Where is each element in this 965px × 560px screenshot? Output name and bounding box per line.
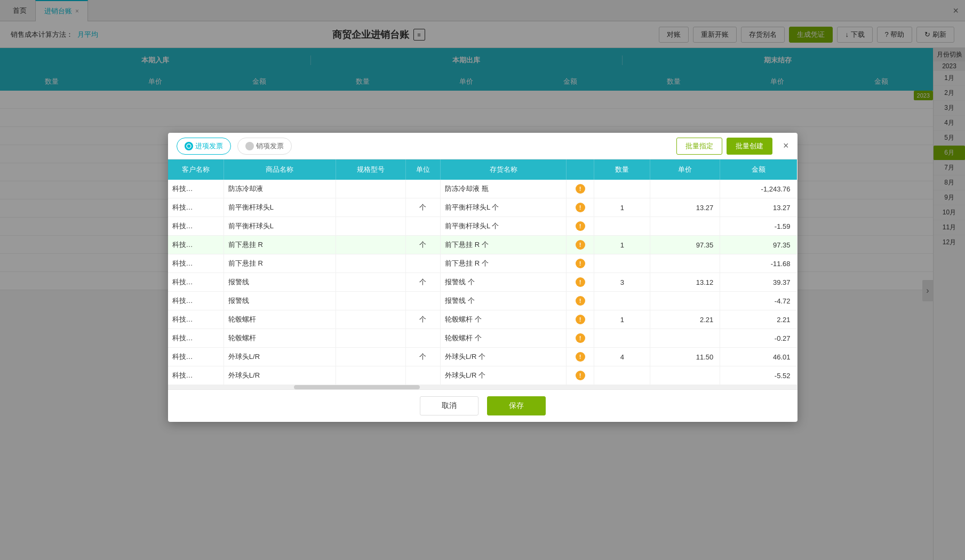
cell-warn: ! bbox=[566, 198, 594, 217]
modal-batch-actions: 批量指定 批量创建 bbox=[676, 138, 772, 155]
cell-product-name: 轮毂螺杆 bbox=[224, 310, 336, 329]
sales-tab-icon bbox=[245, 142, 254, 150]
cell-qty bbox=[594, 254, 650, 273]
cell-warn: ! bbox=[566, 254, 594, 273]
cell-amount: 97.35 bbox=[720, 236, 797, 254]
cell-warn: ! bbox=[566, 292, 594, 310]
cell-unit: 个 bbox=[405, 236, 441, 254]
table-row: 科技… 前下悬挂 R 前下悬挂 R 个 ! -11.68 bbox=[168, 254, 797, 273]
table-row: 科技… 报警线 报警线 个 ! -4.72 bbox=[168, 292, 797, 310]
th-spec: 规格型号 bbox=[336, 159, 405, 180]
modal-table-body: 科技… 防冻冷却液 防冻冷却液 瓶 ! -1,243.76 科技… 前平衡杆球头… bbox=[168, 180, 797, 385]
income-tab-icon bbox=[185, 142, 193, 150]
cell-product-name: 前平衡杆球头L bbox=[224, 217, 336, 236]
cell-warn: ! bbox=[566, 180, 594, 198]
th-unit: 单位 bbox=[405, 159, 441, 180]
cell-amount: 39.37 bbox=[720, 273, 797, 292]
cell-spec bbox=[336, 217, 405, 236]
cell-qty: 1 bbox=[594, 310, 650, 329]
cell-unit: 个 bbox=[405, 310, 441, 329]
th-qty: 数量 bbox=[594, 159, 650, 180]
cell-price bbox=[650, 366, 720, 385]
cell-unit: 个 bbox=[405, 273, 441, 292]
warn-icon: ! bbox=[576, 352, 585, 362]
cell-warn: ! bbox=[566, 348, 594, 366]
cell-inventory-name: 报警线 个 bbox=[441, 273, 567, 292]
th-company: 客户名称 bbox=[168, 159, 224, 180]
cell-price: 13.12 bbox=[650, 273, 720, 292]
batch-assign-button[interactable]: 批量指定 bbox=[676, 138, 722, 155]
table-header-row: 客户名称 商品名称 规格型号 单位 存货名称 数量 单价 金额 bbox=[168, 159, 797, 180]
cell-unit bbox=[405, 180, 441, 198]
cell-warn: ! bbox=[566, 329, 594, 348]
cell-company: 科技… bbox=[168, 180, 224, 198]
warn-icon: ! bbox=[576, 315, 585, 324]
cell-product-name: 外球头L/R bbox=[224, 366, 336, 385]
cell-price bbox=[650, 292, 720, 310]
scroll-thumb bbox=[294, 385, 420, 389]
warn-icon: ! bbox=[576, 296, 585, 306]
cell-qty bbox=[594, 292, 650, 310]
cell-inventory-name: 轮毂螺杆 个 bbox=[441, 310, 567, 329]
cell-spec bbox=[336, 292, 405, 310]
modal-close-icon[interactable]: × bbox=[783, 140, 789, 151]
cell-qty: 4 bbox=[594, 348, 650, 366]
cell-product-name: 前下悬挂 R bbox=[224, 236, 336, 254]
cell-product-name: 前平衡杆球头L bbox=[224, 198, 336, 217]
cell-price bbox=[650, 217, 720, 236]
cell-inventory-name: 前下悬挂 R 个 bbox=[441, 236, 567, 254]
cell-qty bbox=[594, 329, 650, 348]
warn-icon: ! bbox=[576, 240, 585, 250]
modal-header: 进项发票 销项发票 批量指定 批量创建 × bbox=[168, 133, 797, 159]
cell-amount: -5.52 bbox=[720, 366, 797, 385]
cell-warn: ! bbox=[566, 310, 594, 329]
cell-company: 科技… bbox=[168, 198, 224, 217]
cell-inventory-name: 防冻冷却液 瓶 bbox=[441, 180, 567, 198]
warn-icon: ! bbox=[576, 333, 585, 343]
cell-company: 科技… bbox=[168, 366, 224, 385]
table-row: 科技… 轮毂螺杆 轮毂螺杆 个 ! -0.27 bbox=[168, 329, 797, 348]
batch-create-button[interactable]: 批量创建 bbox=[727, 138, 772, 155]
cell-price: 2.21 bbox=[650, 310, 720, 329]
cell-spec bbox=[336, 273, 405, 292]
cell-unit bbox=[405, 329, 441, 348]
cell-spec bbox=[336, 310, 405, 329]
th-inventory-name: 存货名称 bbox=[441, 159, 567, 180]
cell-product-name: 防冻冷却液 bbox=[224, 180, 336, 198]
save-button[interactable]: 保存 bbox=[487, 396, 546, 415]
cancel-button[interactable]: 取消 bbox=[420, 396, 478, 415]
cell-amount: 2.21 bbox=[720, 310, 797, 329]
cell-qty: 3 bbox=[594, 273, 650, 292]
tab-income-invoice[interactable]: 进项发票 bbox=[177, 138, 231, 155]
cell-inventory-name: 外球头L/R 个 bbox=[441, 366, 567, 385]
cell-amount: -4.72 bbox=[720, 292, 797, 310]
cell-product-name: 报警线 bbox=[224, 273, 336, 292]
table-row: 科技… 防冻冷却液 防冻冷却液 瓶 ! -1,243.76 bbox=[168, 180, 797, 198]
cell-company: 科技… bbox=[168, 292, 224, 310]
th-price: 单价 bbox=[650, 159, 720, 180]
cell-warn: ! bbox=[566, 236, 594, 254]
cell-spec bbox=[336, 366, 405, 385]
warn-icon: ! bbox=[576, 184, 585, 194]
cell-warn: ! bbox=[566, 273, 594, 292]
horizontal-scrollbar[interactable] bbox=[168, 385, 797, 389]
table-row: 科技… 外球头L/R 个 外球头L/R 个 ! 4 11.50 46.01 bbox=[168, 348, 797, 366]
cell-price bbox=[650, 180, 720, 198]
cell-amount: -0.27 bbox=[720, 329, 797, 348]
cell-inventory-name: 轮毂螺杆 个 bbox=[441, 329, 567, 348]
tab-sales-invoice[interactable]: 销项发票 bbox=[237, 138, 292, 155]
warn-icon: ! bbox=[576, 221, 585, 231]
cell-qty bbox=[594, 366, 650, 385]
warn-icon: ! bbox=[576, 259, 585, 268]
cell-unit: 个 bbox=[405, 198, 441, 217]
cell-amount: -1,243.76 bbox=[720, 180, 797, 198]
modal-table-wrap: 客户名称 商品名称 规格型号 单位 存货名称 数量 单价 金额 科技… 防冻冷却… bbox=[168, 159, 797, 385]
cell-inventory-name: 前平衡杆球头L 个 bbox=[441, 217, 567, 236]
cell-company: 科技… bbox=[168, 217, 224, 236]
th-product-name: 商品名称 bbox=[224, 159, 336, 180]
main-content: 销售成本计算方法： 月平均 商贸企业进销台账 ≡ 对账 重新开账 存货别名 生成… bbox=[0, 21, 965, 560]
cell-company: 科技… bbox=[168, 273, 224, 292]
cell-price: 11.50 bbox=[650, 348, 720, 366]
cell-qty bbox=[594, 180, 650, 198]
sales-tab-label: 销项发票 bbox=[256, 141, 284, 151]
